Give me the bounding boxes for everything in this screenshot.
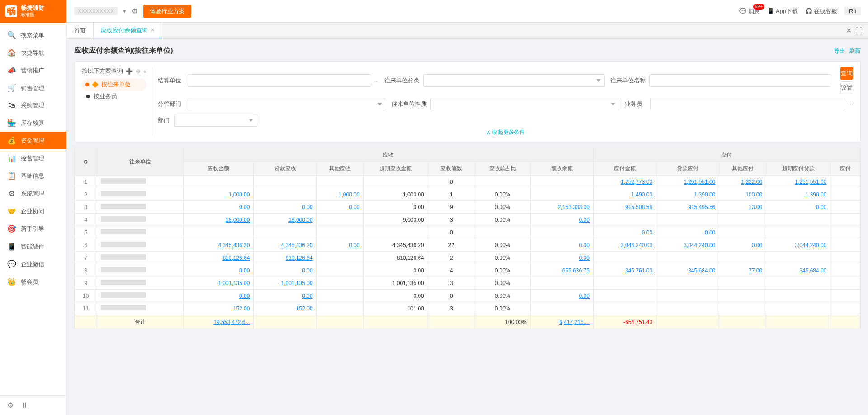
row-prepaid-balance[interactable]: 0.00 xyxy=(530,252,593,264)
footer-receivable-total[interactable]: 19,553,472,6... xyxy=(184,315,254,329)
row-receivable-amount[interactable]: 1,001,135.00 xyxy=(184,277,254,290)
row-loan-payable[interactable]: 345,684.00 xyxy=(656,264,719,277)
row-other-payable[interactable]: 77.00 xyxy=(719,264,766,277)
row-receivable-amount[interactable]: 0.00 xyxy=(184,201,254,214)
row-loan-receivable[interactable]: 1,001,135.00 xyxy=(254,277,316,290)
row-prepaid-balance[interactable]: 655,636.75 xyxy=(530,264,593,277)
topbar-gear-icon[interactable]: ⚙ xyxy=(132,7,138,15)
username[interactable]: Rit xyxy=(844,7,861,15)
partner-nature-select[interactable] xyxy=(430,98,620,110)
footer-prepaid-total[interactable]: 6,417,215.... xyxy=(530,315,593,329)
row-loan-receivable[interactable]: 0.00 xyxy=(254,290,316,302)
row-receivable-amount[interactable]: 18,000.00 xyxy=(184,214,254,226)
tab-expand-btn[interactable]: ⛶ xyxy=(855,27,863,35)
sidebar-item-operations[interactable]: 📊经营管理 xyxy=(0,149,66,167)
row-other-payable[interactable]: 100.00 xyxy=(719,188,766,201)
row-receivable-amount[interactable]: 0.00 xyxy=(184,264,254,277)
row-loan-receivable[interactable]: 18,000.00 xyxy=(254,214,316,226)
row-payable-amount[interactable]: 915,508.56 xyxy=(593,201,656,214)
table-settings-icon[interactable]: ⚙ xyxy=(83,159,88,165)
row-payable-amount[interactable]: 1,490.00 xyxy=(593,188,656,201)
row-prepaid-balance[interactable]: 0.00 xyxy=(530,239,593,252)
row-payable-amount[interactable]: 3,044,240.00 xyxy=(593,239,656,252)
scheme-by-salesman[interactable]: ⏺ 按业务员 xyxy=(82,91,146,102)
salesman-input[interactable] xyxy=(650,98,845,110)
promo-button[interactable]: 体验行业方案 xyxy=(143,5,191,18)
sidebar-item-member[interactable]: 👑畅会员 xyxy=(0,273,66,291)
sidebar-item-marketing[interactable]: 📣营销推广 xyxy=(0,62,66,79)
row-receivable-amount[interactable]: 810,126.64 xyxy=(184,252,254,264)
row-loan-receivable[interactable]: 0.00 xyxy=(254,264,316,277)
app-download[interactable]: 📱 App下载 xyxy=(767,7,798,15)
salesman-dotdot-icon[interactable]: ··· xyxy=(848,101,853,108)
sidebar-item-sales[interactable]: 🛒销售管理 xyxy=(0,79,66,97)
row-loan-payable[interactable]: 1,251,551.00 xyxy=(656,176,719,188)
sidebar-item-basic[interactable]: 📋基础信息 xyxy=(0,167,66,185)
row-loan-receivable[interactable]: 0.00 xyxy=(254,201,316,214)
online-service[interactable]: 🎧 在线客服 xyxy=(805,7,837,15)
row-payable-amount[interactable]: 345,761.00 xyxy=(593,264,656,277)
row-receivable-amount[interactable]: 1,000.00 xyxy=(184,188,254,201)
row-payable-amount[interactable]: 0.00 xyxy=(593,226,656,239)
row-loan-payable[interactable]: 3,044,240.00 xyxy=(656,239,719,252)
sidebar-item-quicknav[interactable]: 🏠快捷导航 xyxy=(0,44,66,62)
topbar-chevron-icon[interactable]: ▾ xyxy=(123,8,126,14)
dept-select[interactable] xyxy=(188,98,386,110)
tab-home[interactable]: 首页 xyxy=(67,23,94,38)
export-button[interactable]: 导出 xyxy=(834,47,845,55)
row-receivable-amount[interactable]: 152.00 xyxy=(184,302,254,315)
sidebar-item-hardware[interactable]: 📱智能硬件 xyxy=(0,238,66,255)
partner-category-select[interactable] xyxy=(423,74,605,87)
sidebar-item-enterprise[interactable]: 🤝企业协同 xyxy=(0,202,66,220)
tab-close-btn[interactable]: ✕ xyxy=(846,26,852,35)
row-loan-receivable[interactable]: 152.00 xyxy=(254,302,316,315)
row-overdue-payable[interactable]: 0.00 xyxy=(766,201,830,214)
row-prepaid-balance[interactable]: 0.00 xyxy=(530,214,593,226)
sidebar-item-wechat[interactable]: 💬企业微信 xyxy=(0,255,66,273)
row-loan-payable[interactable]: 1,390.00 xyxy=(656,188,719,201)
filter-collapse-btn[interactable]: ∧ 收起更多条件 xyxy=(158,129,853,136)
tab-close-query[interactable]: ✕ xyxy=(151,27,155,33)
sidebar-item-guide[interactable]: 🎯新手引导 xyxy=(0,220,66,238)
footer-settings-icon[interactable]: ⚙ xyxy=(7,401,14,410)
row-overdue-payable[interactable]: 1,390.00 xyxy=(766,188,830,201)
query-button[interactable]: 查询 xyxy=(840,67,853,80)
sidebar-item-purchase[interactable]: 🛍采购管理 xyxy=(0,97,66,114)
sidebar-item-warehouse[interactable]: 🏪库存核算 xyxy=(0,114,66,132)
settlement-input[interactable] xyxy=(188,74,371,87)
row-overdue-payable[interactable]: 3,044,240.00 xyxy=(766,239,830,252)
th-settings[interactable]: ⚙ xyxy=(75,148,97,176)
row-other-receivable[interactable]: 0.00 xyxy=(316,201,363,214)
settings-button[interactable]: 设置 xyxy=(840,81,853,94)
footer-collapse-icon[interactable]: ⏸ xyxy=(21,401,28,410)
row-other-payable[interactable]: 1,222.00 xyxy=(719,176,766,188)
scheme-by-partner[interactable]: 🔶 按往来单位 xyxy=(82,79,146,91)
collapse-scheme-icon[interactable]: « xyxy=(143,68,146,75)
row-other-payable[interactable]: 13.00 xyxy=(719,201,766,214)
settings-scheme-icon[interactable]: ⊕ xyxy=(136,68,141,75)
row-overdue-payable[interactable]: 1,251,551.00 xyxy=(766,176,830,188)
subdept-select[interactable] xyxy=(174,114,257,127)
sidebar-item-finance[interactable]: 💰资金管理 xyxy=(0,132,66,149)
row-overdue-payable[interactable]: 345,684.00 xyxy=(766,264,830,277)
sidebar-item-search[interactable]: 🔍搜索菜单 xyxy=(0,26,66,44)
row-loan-receivable[interactable]: 4,345,436.20 xyxy=(254,239,316,252)
row-loan-payable[interactable]: 915,495.56 xyxy=(656,201,719,214)
add-scheme-icon[interactable]: ➕ xyxy=(126,68,133,75)
row-receivable-amount[interactable]: 4,345,436.20 xyxy=(184,239,254,252)
row-loan-receivable[interactable]: 810,126.64 xyxy=(254,252,316,264)
partner-name-input[interactable] xyxy=(649,74,831,87)
row-prepaid-balance[interactable]: 2,153,333.00 xyxy=(530,201,593,214)
refresh-button[interactable]: 刷新 xyxy=(849,47,861,55)
tab-query[interactable]: 应收应付余额查询✕ xyxy=(94,23,162,38)
row-receivable-amount[interactable]: 0.00 xyxy=(184,290,254,302)
sidebar-item-system[interactable]: ⚙系统管理 xyxy=(0,185,66,202)
row-loan-payable[interactable]: 0.00 xyxy=(656,226,719,239)
settlement-dotdot-icon[interactable]: ··· xyxy=(374,77,379,84)
row-other-receivable[interactable]: 1,000.00 xyxy=(316,188,363,201)
row-other-receivable[interactable]: 0.00 xyxy=(316,239,363,252)
row-payable-amount[interactable]: 1,252,773.00 xyxy=(593,176,656,188)
row-prepaid-balance[interactable]: 0.00 xyxy=(530,290,593,302)
row-other-payable[interactable]: 0.00 xyxy=(719,239,766,252)
notification-wrap[interactable]: 💬 消息 99+ xyxy=(739,7,760,15)
